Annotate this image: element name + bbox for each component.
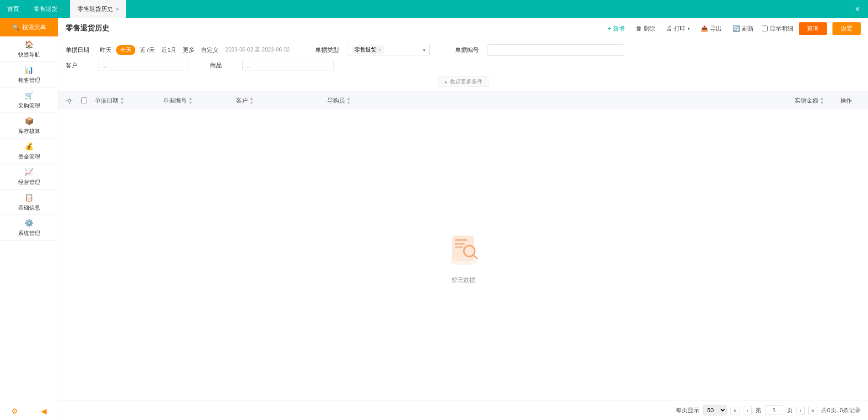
refresh-button[interactable]: 🔄 刷新	[730, 23, 756, 35]
tab-retail-return-close[interactable]: ×	[60, 6, 63, 12]
sidebar-item-label: 库存核算	[18, 128, 40, 135]
export-button[interactable]: 📤 导出	[698, 23, 724, 35]
tab-home[interactable]: 首页	[0, 0, 26, 18]
empty-icon	[441, 225, 486, 271]
sidebar-item-system-mgmt[interactable]: ⚙️ 系统管理	[0, 215, 58, 241]
date-options: 昨天 今天 近7天 近1月 更多 自定义 2023-06-02 至 2023-0…	[98, 45, 290, 55]
date-opt-yesterday[interactable]: 昨天	[98, 45, 113, 55]
th-amount[interactable]: 实销金额 ▲▼	[415, 96, 828, 105]
filter-area: 单据日期 昨天 今天 近7天 近1月 更多 自定义 2023-06-02 至 2…	[58, 39, 868, 92]
page-header: 零售退货历史 + 新增 🗑 删除 🖨 打印 ▾ 📤 导出	[58, 18, 868, 39]
type-tag-label: 零售退货	[354, 46, 376, 54]
delete-label: 删除	[643, 25, 655, 33]
quick-nav-icon: 🏠	[24, 39, 34, 49]
tab-retail-return-history[interactable]: 零售退货历史 ×	[70, 0, 126, 18]
tab-retail-return-history-close[interactable]: ×	[116, 6, 118, 12]
sales-icon: 📊	[24, 65, 34, 75]
page-prev-button[interactable]: ‹	[744, 406, 752, 415]
page-title: 零售退货历史	[66, 24, 109, 33]
inventory-icon: 📦	[24, 116, 34, 126]
sidebar-toggle-icon[interactable]: ◀	[41, 407, 46, 415]
settings-button[interactable]: 设置	[832, 22, 861, 35]
empty-state: 暂无数据	[58, 109, 868, 400]
page-input[interactable]	[765, 405, 783, 415]
goods-input[interactable]	[242, 60, 334, 71]
refresh-label: 刷新	[742, 25, 754, 33]
tab-retail-return[interactable]: 零售退货 ×	[26, 0, 70, 18]
collapse-row: ▲ 收起更多条件	[66, 75, 861, 87]
sidebar-item-purchase-mgmt[interactable]: 🛒 采购管理	[0, 87, 58, 113]
th-guide-sort-icon: ▲▼	[346, 96, 351, 105]
table-settings-icon[interactable]	[62, 97, 77, 104]
date-opt-more[interactable]: 更多	[181, 45, 196, 55]
toolbar: + 新增 🗑 删除 🖨 打印 ▾ 📤 导出 🔄	[605, 22, 861, 35]
th-customer[interactable]: 客户 ▲▼	[232, 96, 324, 105]
th-customer-label: 客户	[236, 97, 248, 105]
sidebar-item-quick-nav[interactable]: 🏠 快捷导航	[0, 36, 58, 62]
page-last-button[interactable]: »	[808, 406, 818, 415]
th-date[interactable]: 单据日期 ▲▼	[91, 96, 159, 105]
date-opt-custom[interactable]: 自定义	[199, 45, 221, 55]
sidebar-item-operations[interactable]: 📈 经营管理	[0, 164, 58, 190]
print-label: 打印	[674, 25, 686, 33]
window-close-icon[interactable]: ×	[852, 5, 863, 14]
display-toggle-checkbox[interactable]	[762, 26, 768, 31]
svg-line-7	[473, 255, 477, 259]
delete-icon: 🗑	[636, 25, 642, 32]
purchase-icon: 🛒	[24, 90, 34, 100]
page-next-button[interactable]: ›	[796, 406, 805, 415]
th-guide[interactable]: 导购员 ▲▼	[324, 96, 415, 105]
th-date-label: 单据日期	[95, 97, 118, 105]
sidebar: 🔍 搜索菜单 🏠 快捷导航 📊 销售管理 🛒 采购管理 📦 库存核算 💰	[0, 18, 58, 420]
collapse-button[interactable]: ▲ 收起更多条件	[438, 77, 489, 87]
sidebar-search[interactable]: 🔍 搜索菜单	[0, 18, 58, 36]
type-select[interactable]: 零售退货 × ▾	[348, 44, 430, 56]
date-opt-7days[interactable]: 近7天	[138, 45, 157, 55]
date-opt-1month[interactable]: 近1月	[159, 45, 178, 55]
date-opt-today[interactable]: 今天	[116, 45, 135, 55]
svg-rect-3	[455, 239, 467, 241]
main-layout: 🔍 搜索菜单 🏠 快捷导航 📊 销售管理 🛒 采购管理 📦 库存核算 💰	[0, 18, 868, 420]
new-button[interactable]: + 新增	[605, 23, 627, 35]
top-bar-right: ×	[852, 5, 868, 14]
page-first-button[interactable]: «	[730, 406, 740, 415]
new-icon: +	[607, 25, 611, 32]
tab-retail-return-label: 零售退货	[34, 5, 57, 13]
svg-rect-4	[455, 243, 465, 245]
search-icon: 🔍	[12, 24, 20, 31]
sidebar-settings-icon[interactable]: ⚙	[11, 407, 18, 415]
sidebar-item-basic-info[interactable]: 📋 基础信息	[0, 190, 58, 215]
th-number[interactable]: 单据编号 ▲▼	[159, 96, 232, 105]
date-filter-label: 单据日期	[66, 46, 91, 54]
basic-info-icon: 📋	[24, 192, 34, 202]
sidebar-search-label: 搜索菜单	[22, 23, 46, 31]
table-area: 单据日期 ▲▼ 单据编号 ▲▼ 客户 ▲▼ 导购员 ▲▼ 实销金额 ▲▼	[58, 92, 868, 400]
voucher-input[interactable]	[488, 44, 624, 56]
new-label: 新增	[613, 25, 625, 33]
th-number-label: 单据编号	[163, 97, 187, 105]
tab-home-label: 首页	[7, 5, 19, 13]
display-toggle-label: 显示明细	[770, 25, 793, 33]
type-tag: 零售退货 ×	[352, 46, 384, 54]
display-toggle[interactable]: 显示明细	[762, 25, 793, 33]
pagination-bar: 每页显示 20 50 100 « ‹ 第 页 › » 共0页, 0条记录	[58, 400, 868, 420]
sidebar-item-label: 快捷导航	[18, 51, 40, 59]
page-size-select[interactable]: 20 50 100	[703, 405, 727, 415]
svg-point-0	[68, 99, 71, 102]
sidebar-item-inventory[interactable]: 📦 库存核算	[0, 113, 58, 138]
sidebar-item-finance[interactable]: 💰 资金管理	[0, 138, 58, 164]
sidebar-bottom: ⚙ ◀	[0, 402, 58, 420]
print-button[interactable]: 🖨 打印 ▾	[663, 23, 693, 35]
export-label: 导出	[710, 25, 722, 33]
table-select-all-checkbox[interactable]	[77, 97, 91, 103]
type-select-chevron-icon: ▾	[423, 47, 426, 53]
type-tag-close[interactable]: ×	[378, 47, 381, 52]
customer-input[interactable]	[98, 60, 189, 71]
sidebar-item-label: 销售管理	[18, 77, 40, 84]
delete-button[interactable]: 🗑 删除	[633, 23, 658, 35]
query-button[interactable]: 查询	[799, 22, 827, 35]
sidebar-item-sales-mgmt[interactable]: 📊 销售管理	[0, 62, 58, 87]
page-size-label: 每页显示	[676, 406, 699, 415]
sidebar-item-label: 采购管理	[18, 102, 40, 110]
sidebar-item-label: 系统管理	[18, 230, 40, 237]
